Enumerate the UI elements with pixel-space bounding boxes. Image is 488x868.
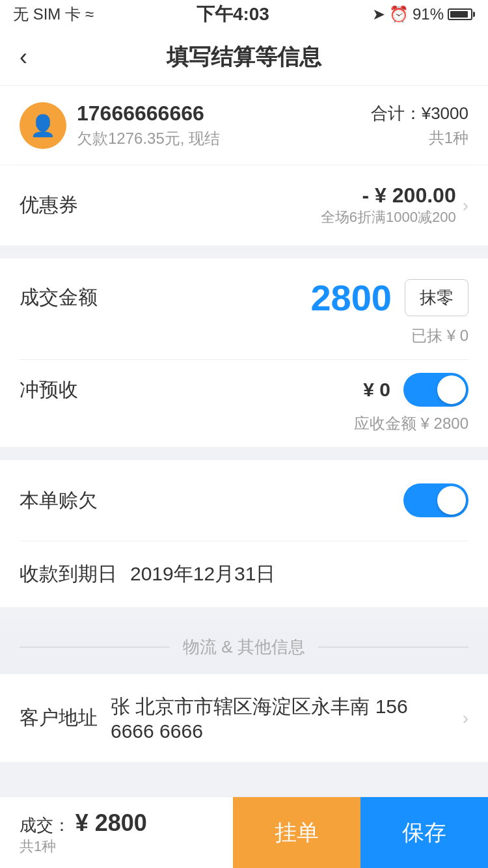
section-sep-1 [0, 245, 488, 258]
coupon-label: 优惠券 [20, 192, 78, 219]
pre-collect-toggle[interactable] [403, 373, 468, 407]
coupon-row[interactable]: 优惠券 - ¥ 200.00 全场6折满1000减200 › [0, 165, 488, 245]
address-content: 张 北京市市辖区海淀区永丰南 156 6666 6666 [111, 694, 450, 742]
bad-debt-toggle[interactable] [403, 483, 468, 517]
bad-debt-section: 本单赊欠 [0, 460, 488, 541]
address-label: 客户地址 [20, 705, 98, 731]
bad-debt-row: 本单赊欠 [0, 460, 488, 541]
avatar-icon: 👤 [30, 113, 56, 138]
address-row[interactable]: 客户地址 张 北京市市辖区海淀区永丰南 156 6666 6666 › [0, 674, 488, 762]
due-date-value: 2019年12月31日 [130, 561, 275, 588]
customer-count: 共1种 [371, 128, 468, 148]
status-right: ➤ ⏰ 91% [372, 5, 475, 23]
clock-icon: ⏰ [389, 5, 409, 23]
amount-right: 2800 抹零 [310, 277, 468, 319]
hang-button[interactable]: 挂单 [233, 797, 360, 868]
back-button[interactable]: ‹ [20, 44, 52, 71]
bottom-summary: 成交： ¥ 2800 共1种 [0, 797, 233, 868]
amount-sub: 已抹 ¥ 0 [0, 325, 488, 359]
amount-value: 2800 [310, 277, 392, 319]
section-sep-2 [0, 447, 488, 460]
customer-right: 合计：¥3000 共1种 [371, 102, 468, 148]
customer-card: 👤 17666666666 欠款1276.35元, 现结 合计：¥3000 共1… [0, 86, 488, 165]
pre-collect-right: ¥ 0 [363, 373, 468, 407]
battery-icon [448, 8, 475, 20]
bottom-deal-amount: ¥ 2800 [75, 809, 147, 836]
customer-phone: 17666666666 [77, 102, 220, 126]
battery-percent: 91% [413, 5, 444, 23]
logistics-header-text: 物流 & 其他信息 [183, 636, 305, 658]
pre-collect-sub: 应收金额 ¥ 2800 [0, 413, 488, 447]
bottom-deal-label: 成交： [20, 815, 70, 835]
address-chevron-icon: › [463, 708, 468, 729]
coupon-right: - ¥ 200.00 全场6折满1000减200 › [321, 183, 468, 227]
content: 👤 17666666666 欠款1276.35元, 现结 合计：¥3000 共1… [0, 86, 488, 868]
page-title: 填写结算等信息 [167, 42, 321, 72]
bottom-bar: 成交： ¥ 2800 共1种 挂单 保存 [0, 796, 488, 868]
status-time: 下午4:03 [197, 2, 269, 27]
pre-collect-row: 冲预收 ¥ 0 [0, 360, 488, 413]
bad-debt-label: 本单赊欠 [20, 487, 98, 514]
header-line-right [318, 647, 468, 647]
logistics-header: 物流 & 其他信息 [0, 620, 488, 674]
pre-collect-label: 冲预收 [20, 377, 78, 403]
amount-section: 成交金额 2800 抹零 已抹 ¥ 0 冲预收 ¥ 0 应收金额 ¥ 2800 [0, 258, 488, 447]
due-date-row: 收款到期日 2019年12月31日 [0, 541, 488, 607]
due-date-label: 收款到期日 [20, 561, 117, 588]
pre-collect-amount: ¥ 0 [363, 379, 390, 401]
header-line-left [20, 647, 170, 647]
coupon-desc: 全场6折满1000减200 [321, 208, 456, 227]
coupon-discount: - ¥ 200.00 [321, 183, 456, 208]
amount-row: 成交金额 2800 抹零 [0, 258, 488, 325]
customer-info: 17666666666 欠款1276.35元, 现结 [77, 102, 220, 149]
sim-label: 无 SIM 卡 ≈ [13, 4, 94, 25]
bottom-count: 共1种 [20, 837, 213, 856]
amount-label: 成交金额 [20, 284, 98, 311]
coupon-chevron-icon: › [463, 195, 468, 216]
status-bar: 无 SIM 卡 ≈ 下午4:03 ➤ ⏰ 91% [0, 0, 488, 29]
round-button[interactable]: 抹零 [405, 279, 468, 316]
status-left: 无 SIM 卡 ≈ [13, 4, 94, 25]
location-icon: ➤ [372, 5, 385, 23]
customer-owe: 欠款1276.35元, 现结 [77, 128, 220, 149]
section-sep-3 [0, 607, 488, 620]
customer-left: 👤 17666666666 欠款1276.35元, 现结 [20, 102, 220, 149]
avatar: 👤 [20, 102, 66, 149]
bottom-deal-line: 成交： ¥ 2800 [20, 809, 213, 837]
nav-bar: ‹ 填写结算等信息 [0, 29, 488, 86]
save-button[interactable]: 保存 [360, 797, 488, 868]
total-label: 合计：¥3000 [371, 102, 468, 125]
